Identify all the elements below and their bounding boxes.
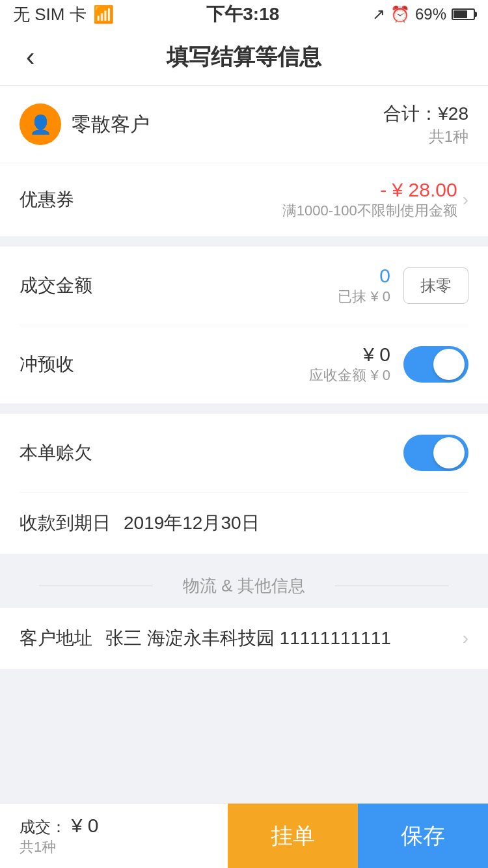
hang-button-label: 挂单 bbox=[271, 821, 315, 851]
back-button[interactable]: ‹ bbox=[20, 36, 41, 78]
chevron-right-icon: › bbox=[463, 189, 468, 210]
bottom-bar: 成交： ¥ 0 共1种 挂单 保存 bbox=[0, 803, 488, 868]
bottom-deal-count: 共1种 bbox=[20, 837, 208, 857]
customer-right: 合计：¥28 共1种 bbox=[383, 102, 468, 147]
address-section[interactable]: 客户地址 张三 海淀永丰科技园 11111111111 › bbox=[0, 608, 488, 669]
deal-section: 成交金额 0 已抹 ¥ 0 抹零 冲预收 ¥ 0 应收金额 ¥ 0 bbox=[0, 247, 488, 403]
save-button-label: 保存 bbox=[401, 821, 445, 851]
battery-icon bbox=[452, 8, 475, 20]
bottom-deal-line: 成交： ¥ 0 bbox=[20, 815, 208, 837]
page-title: 填写结算等信息 bbox=[167, 42, 321, 72]
location-icon: ↗ bbox=[372, 5, 385, 23]
coupon-label: 优惠券 bbox=[20, 187, 74, 212]
avatar-icon: 👤 bbox=[29, 114, 52, 135]
toggle-circle bbox=[433, 349, 465, 380]
prepay-toggle[interactable] bbox=[403, 346, 468, 383]
deal-right: 0 已抹 ¥ 0 抹零 bbox=[338, 265, 468, 306]
coupon-row[interactable]: 优惠券 - ¥ 28.00 满1000-100不限制使用金额 › bbox=[0, 163, 488, 236]
logistics-divider: 物流 & 其他信息 bbox=[0, 564, 488, 608]
bottom-deal-amount: ¥ 0 bbox=[72, 815, 99, 836]
bottom-deal-label: 成交： bbox=[20, 818, 66, 835]
round-zero-button[interactable]: 抹零 bbox=[403, 267, 468, 304]
coupon-amount: - ¥ 28.00 bbox=[282, 179, 457, 201]
address-chevron-icon: › bbox=[463, 628, 468, 649]
back-icon: ‹ bbox=[26, 42, 34, 71]
nav-bar: ‹ 填写结算等信息 bbox=[0, 29, 488, 86]
deal-value-block: 0 已抹 ¥ 0 bbox=[338, 265, 390, 306]
debt-date-value: 2019年12月30日 bbox=[124, 511, 260, 536]
prepay-row: 冲预收 ¥ 0 应收金额 ¥ 0 bbox=[20, 325, 468, 403]
prepay-value-block: ¥ 0 应收金额 ¥ 0 bbox=[309, 344, 390, 385]
round-zero-label: 抹零 bbox=[420, 275, 452, 296]
save-button[interactable]: 保存 bbox=[358, 804, 488, 869]
customer-row: 👤 零散客户 合计：¥28 共1种 bbox=[0, 86, 488, 163]
content-area: 👤 零散客户 合计：¥28 共1种 优惠券 - ¥ 28.00 满1000-10… bbox=[0, 86, 488, 747]
status-bar: 无 SIM 卡 📶 下午3:18 ↗ ⏰ 69% bbox=[0, 0, 488, 29]
address-label: 客户地址 bbox=[20, 626, 92, 651]
debt-toggle-circle bbox=[433, 437, 465, 468]
hang-button[interactable]: 挂单 bbox=[228, 804, 358, 869]
deal-amount: 0 bbox=[338, 265, 390, 287]
coupon-right: - ¥ 28.00 满1000-100不限制使用金额 › bbox=[282, 179, 468, 221]
customer-name: 零散客户 bbox=[72, 111, 150, 138]
debt-section: 本单赊欠 收款到期日 2019年12月30日 bbox=[0, 414, 488, 554]
customer-count: 共1种 bbox=[383, 126, 468, 147]
avatar: 👤 bbox=[20, 103, 61, 145]
prepay-label: 冲预收 bbox=[20, 352, 74, 377]
debt-date-label: 收款到期日 bbox=[20, 511, 111, 536]
status-left: 无 SIM 卡 📶 bbox=[13, 3, 114, 26]
carrier-label: 无 SIM 卡 bbox=[13, 3, 87, 26]
coupon-value-block: - ¥ 28.00 满1000-100不限制使用金额 bbox=[282, 179, 457, 221]
prepay-amount: ¥ 0 bbox=[309, 344, 390, 366]
divider-line-right bbox=[335, 586, 449, 586]
status-time: 下午3:18 bbox=[206, 2, 279, 27]
customer-section: 👤 零散客户 合计：¥28 共1种 优惠券 - ¥ 28.00 满1000-10… bbox=[0, 86, 488, 236]
deal-row: 成交金额 0 已抹 ¥ 0 抹零 bbox=[20, 247, 468, 325]
logistics-label: 物流 & 其他信息 bbox=[183, 575, 305, 597]
deal-label: 成交金额 bbox=[20, 273, 92, 298]
customer-left: 👤 零散客户 bbox=[20, 103, 150, 145]
battery-label: 69% bbox=[415, 5, 446, 23]
divider-wrapper: 物流 & 其他信息 bbox=[0, 575, 488, 597]
debt-label: 本单赊欠 bbox=[20, 441, 92, 465]
deal-sub: 已抹 ¥ 0 bbox=[338, 287, 390, 306]
status-right: ↗ ⏰ 69% bbox=[372, 5, 475, 23]
alarm-icon: ⏰ bbox=[390, 5, 410, 23]
divider-line-left bbox=[39, 586, 153, 586]
customer-total: 合计：¥28 bbox=[383, 102, 468, 126]
debt-date-row: 收款到期日 2019年12月30日 bbox=[20, 493, 468, 554]
bottom-left: 成交： ¥ 0 共1种 bbox=[0, 815, 228, 857]
prepay-sub: 应收金额 ¥ 0 bbox=[309, 366, 390, 385]
debt-toggle[interactable] bbox=[403, 435, 468, 471]
address-left: 客户地址 张三 海淀永丰科技园 11111111111 bbox=[20, 626, 391, 651]
coupon-desc: 满1000-100不限制使用金额 bbox=[282, 201, 457, 221]
debt-toggle-row: 本单赊欠 bbox=[20, 414, 468, 493]
prepay-right: ¥ 0 应收金额 ¥ 0 bbox=[309, 344, 468, 385]
wifi-icon: 📶 bbox=[93, 5, 114, 25]
address-value: 张三 海淀永丰科技园 11111111111 bbox=[105, 626, 391, 651]
